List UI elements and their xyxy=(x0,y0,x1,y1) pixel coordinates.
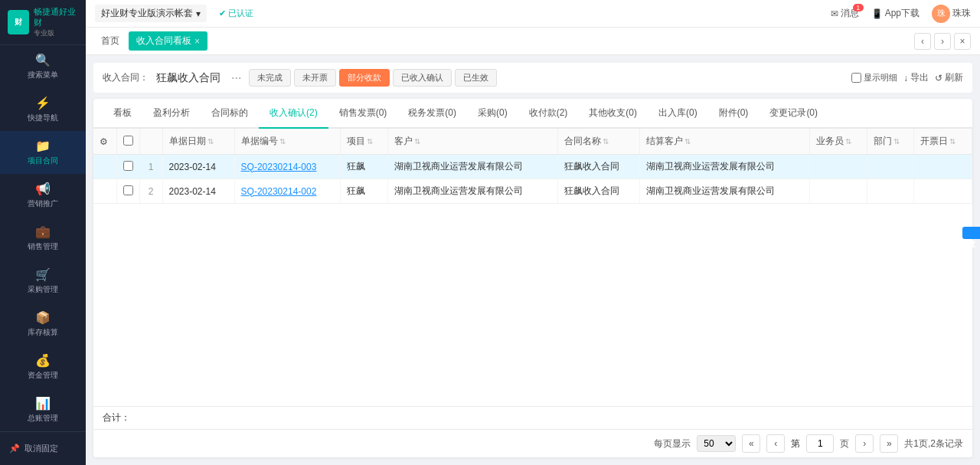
message-icon: ✉ xyxy=(831,8,838,19)
tab-income-contract[interactable]: 收入合同看板 × xyxy=(129,31,207,51)
sidebar-item-finance[interactable]: 💰资金管理 xyxy=(0,345,86,388)
status-btn-partial[interactable]: 部分收款 xyxy=(339,69,390,87)
row-checkbox[interactable] xyxy=(123,161,133,171)
total-label: 合计： xyxy=(103,411,130,424)
row-num: 1 xyxy=(139,155,162,179)
sidebar-item-project[interactable]: 📁项目合同 xyxy=(0,131,86,174)
logo-icon: 财 xyxy=(8,10,29,34)
inner-tab-change_log[interactable]: 变更记录(0) xyxy=(759,99,828,129)
cancel-fixed-button[interactable]: 📌 取消固定 xyxy=(6,438,80,459)
app-download-button[interactable]: 📱 App下载 xyxy=(871,7,920,20)
row-gear[interactable] xyxy=(93,179,116,204)
row-dept xyxy=(867,155,914,179)
tab-next-button[interactable]: › xyxy=(934,33,951,50)
inner-tab-income_confirm[interactable]: 收入确认(2) xyxy=(259,99,328,129)
pagination-bar: 每页显示 2050100 « ‹ 第 页 › » 共1页,2条记录 xyxy=(93,429,972,457)
inner-tab-tax_invoice[interactable]: 税务发票(0) xyxy=(397,99,467,129)
th-date[interactable]: 单据日期⇅ xyxy=(162,129,234,155)
tab-close-button[interactable]: × xyxy=(954,33,971,50)
row-check[interactable] xyxy=(116,155,139,179)
sidebar-item-inventory[interactable]: 📦库存核算 xyxy=(0,303,86,345)
contract-label: 收入合同： xyxy=(103,71,149,84)
row-contract-name: 狂飙收入合同 xyxy=(557,155,639,179)
tabbar: 首页 收入合同看板 × ‹ › × xyxy=(86,28,980,55)
inner-tab-purchase[interactable]: 采购(0) xyxy=(467,99,518,129)
status-btn-no-invoice[interactable]: 未开票 xyxy=(294,69,336,87)
table-head: ⚙ 单据日期⇅ 单据编号⇅ 项目⇅ 客户⇅ 合同名称⇅ 结算客户⇅ 业务员⇅ 部… xyxy=(93,129,972,155)
topbar: 好业财专业版演示帐套 ▾ ✔ 已认证 ✉ 1 消息 📱 App下载 珠 珠珠 xyxy=(86,0,980,28)
show-detail-checkbox[interactable] xyxy=(851,73,861,83)
sidebar-item-general[interactable]: 📊总账管理 xyxy=(0,388,86,431)
inner-tab-payment[interactable]: 收付款(2) xyxy=(518,99,579,129)
sidebar-item-search[interactable]: 🔍搜索菜单 xyxy=(0,45,86,88)
first-page-button[interactable]: « xyxy=(742,434,760,453)
topbar-right: ✉ 1 消息 📱 App下载 珠 珠珠 xyxy=(831,5,971,23)
show-detail-label[interactable]: 显示明细 xyxy=(851,72,897,84)
refresh-button[interactable]: ↺ 刷新 xyxy=(935,71,963,84)
user-menu[interactable]: 珠 珠珠 xyxy=(932,5,971,23)
row-code[interactable]: SQ-20230214-003 xyxy=(234,155,341,179)
th-contract-name[interactable]: 合同名称⇅ xyxy=(557,129,639,155)
last-page-button[interactable]: » xyxy=(880,434,898,453)
th-invoice-date[interactable]: 开票日⇅ xyxy=(914,129,972,155)
th-project[interactable]: 项目⇅ xyxy=(341,129,387,155)
table-row[interactable]: 1 2023-02-14 SQ-20230214-003 狂飙 湖南卫视商业运营… xyxy=(93,155,972,179)
export-icon: ↓ xyxy=(903,73,908,84)
row-num: 2 xyxy=(139,179,162,204)
th-settings[interactable]: ⚙ xyxy=(93,129,116,155)
tab-prev-button[interactable]: ‹ xyxy=(914,33,931,50)
export-button[interactable]: ↓ 导出 xyxy=(903,71,929,84)
right-float-button[interactable]: 收款记录 xyxy=(962,227,980,239)
inner-tab-outbound[interactable]: 出入库(0) xyxy=(648,99,708,129)
th-customer[interactable]: 客户⇅ xyxy=(387,129,557,155)
message-button[interactable]: ✉ 1 消息 xyxy=(831,7,859,20)
inner-tab-profit[interactable]: 盈利分析 xyxy=(142,99,201,129)
status-btn-effective[interactable]: 已生效 xyxy=(455,69,497,87)
sidebar-item-purchase[interactable]: 🛒采购管理 xyxy=(0,260,86,303)
company-selector[interactable]: 好业财专业版演示帐套 ▾ xyxy=(95,5,207,22)
prev-page-button[interactable]: ‹ xyxy=(766,434,785,453)
page-size-select[interactable]: 2050100 xyxy=(697,435,736,452)
row-code[interactable]: SQ-20230214-002 xyxy=(234,179,341,204)
status-buttons: 未完成未开票部分收款已收入确认已生效 xyxy=(249,69,497,87)
row-invoice-date xyxy=(914,155,972,179)
th-dept[interactable]: 部门⇅ xyxy=(867,129,914,155)
sidebar-item-quick[interactable]: ⚡快捷导航 xyxy=(0,88,86,131)
th-checkbox[interactable] xyxy=(116,129,139,155)
sidebar-item-marketing[interactable]: 📢营销推广 xyxy=(0,174,86,217)
table-header-row: ⚙ 单据日期⇅ 单据编号⇅ 项目⇅ 客户⇅ 合同名称⇅ 结算客户⇅ 业务员⇅ 部… xyxy=(93,129,972,155)
status-btn-incomplete[interactable]: 未完成 xyxy=(249,69,291,87)
tab-close-icon[interactable]: × xyxy=(194,36,200,47)
th-salesperson[interactable]: 业务员⇅ xyxy=(809,129,867,155)
sidebar-icon-search: 🔍 xyxy=(35,53,51,67)
table-wrapper[interactable]: ⚙ 单据日期⇅ 单据编号⇅ 项目⇅ 客户⇅ 合同名称⇅ 结算客户⇅ 业务员⇅ 部… xyxy=(93,129,972,406)
avatar: 珠 xyxy=(932,5,950,23)
select-all-checkbox[interactable] xyxy=(123,136,133,146)
th-code[interactable]: 单据编号⇅ xyxy=(234,129,341,155)
inner-tab-attachments[interactable]: 附件(0) xyxy=(708,99,760,129)
next-page-button[interactable]: › xyxy=(855,434,874,453)
refresh-icon: ↺ xyxy=(935,73,942,84)
inner-tab-other_income[interactable]: 其他收支(0) xyxy=(578,99,648,129)
tab-home[interactable]: 首页 xyxy=(95,31,126,51)
page-input[interactable] xyxy=(806,434,834,453)
row-checkbox[interactable] xyxy=(123,185,133,195)
inner-tabs-list: 看板盈利分析合同标的收入确认(2)销售发票(0)税务发票(0)采购(0)收付款(… xyxy=(93,99,972,129)
row-gear[interactable] xyxy=(93,155,116,179)
status-btn-confirmed[interactable]: 已收入确认 xyxy=(393,69,452,87)
row-salesperson xyxy=(809,155,867,179)
inner-tab-kanban[interactable]: 看板 xyxy=(103,99,142,129)
sidebar-item-sales[interactable]: 💼销售管理 xyxy=(0,217,86,260)
more-icon[interactable]: ··· xyxy=(231,71,241,85)
inner-tab-sales_invoice[interactable]: 销售发票(0) xyxy=(328,99,398,129)
row-date: 2023-02-14 xyxy=(162,179,234,204)
sidebar-label-general: 总账管理 xyxy=(28,413,58,424)
row-check[interactable] xyxy=(116,179,139,204)
th-settlement[interactable]: 结算客户⇅ xyxy=(639,129,809,155)
inner-tab-contract_std[interactable]: 合同标的 xyxy=(201,99,259,129)
table-row[interactable]: 2 2023-02-14 SQ-20230214-002 狂飙 湖南卫视商业运营… xyxy=(93,179,972,204)
row-customer: 湖南卫视商业运营发展有限公司 xyxy=(387,155,557,179)
chevron-down-icon: ▾ xyxy=(196,8,201,19)
sidebar-label-quick: 快捷导航 xyxy=(28,113,58,123)
sidebar-bottom: 📌 取消固定 xyxy=(0,431,86,465)
